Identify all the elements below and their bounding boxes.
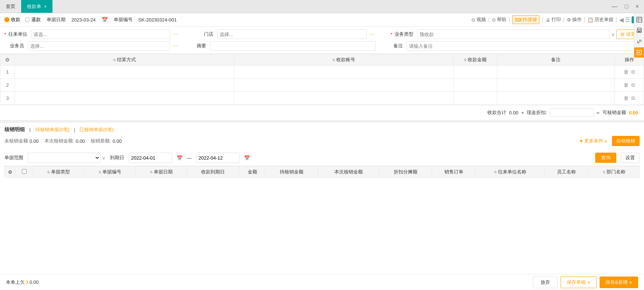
- sidebar-expand-icon[interactable]: [634, 47, 644, 58]
- diff-value: 0.00: [113, 138, 122, 144]
- col-staff: 员工名称: [545, 166, 588, 178]
- row-2-delete-icon[interactable]: 🗑: [624, 82, 629, 88]
- table-gear-icon[interactable]: ⚙: [5, 57, 10, 63]
- biztype-dropdown-icon[interactable]: ∨: [611, 32, 615, 37]
- history-btn[interactable]: 📋 历史单据: [588, 16, 613, 23]
- range-select[interactable]: [28, 153, 101, 163]
- row-1-amount[interactable]: [453, 66, 497, 79]
- hexiao-done-tab[interactable]: 已核销单据(0笔): [79, 126, 114, 133]
- radio-refund-label: 退款: [31, 16, 41, 23]
- row-1-account[interactable]: [234, 66, 453, 79]
- biztype-input[interactable]: [417, 30, 610, 39]
- select-all-checkbox[interactable]: [22, 169, 27, 174]
- tab-active[interactable]: 收款单 ×: [21, 0, 52, 13]
- hexiao-pending-tab[interactable]: 待核销单据(0笔): [35, 126, 70, 133]
- row-3-delete-icon[interactable]: 🗑: [624, 95, 629, 101]
- row-2-copy-icon[interactable]: ⧉: [631, 82, 635, 88]
- row-2-remark[interactable]: [497, 79, 614, 92]
- counterpart-more-icon[interactable]: ···: [172, 31, 179, 38]
- row-3-settlement[interactable]: [15, 92, 234, 105]
- row-3-remark[interactable]: [497, 92, 614, 105]
- video-btn[interactable]: ⊙ 视频: [471, 16, 486, 23]
- svg-rect-0: [637, 17, 642, 22]
- tab-home[interactable]: 首页: [0, 0, 21, 13]
- shortcut-btn[interactable]: ⌨ 快捷键: [512, 15, 539, 24]
- col-due-label: 收款到期日: [201, 169, 225, 175]
- calendar-icon[interactable]: 📅: [102, 17, 108, 23]
- store-more-icon[interactable]: ···: [368, 31, 376, 38]
- draft-button[interactable]: 保存草稿 ∧: [561, 277, 597, 288]
- grid-prev-icon[interactable]: ◀: [619, 16, 624, 23]
- footer-actions: 放弃 保存草稿 ∧ 保存&新增 ∧: [533, 277, 638, 288]
- tab-home-label: 首页: [6, 3, 15, 10]
- plus-sign: +: [521, 110, 524, 115]
- staff-more-icon[interactable]: ···: [172, 43, 179, 49]
- radio-receipt[interactable]: 收款: [4, 16, 20, 23]
- help-btn[interactable]: ⊙ 帮助: [492, 16, 506, 23]
- date-from-input[interactable]: [129, 153, 172, 163]
- row-2-amount[interactable]: [453, 79, 497, 92]
- row-3-amount[interactable]: [453, 92, 497, 105]
- table-header-settlement: ⇅ 结算方式: [15, 54, 234, 66]
- row-1-delete-icon[interactable]: 🗑: [624, 69, 629, 75]
- col-order-label: 销售订单: [444, 169, 463, 175]
- sidebar-print-icon[interactable]: [634, 26, 644, 36]
- col-current-label: 本次核销金额: [334, 169, 363, 175]
- tab-close-icon[interactable]: ×: [44, 4, 47, 9]
- row-3-account[interactable]: [234, 92, 453, 105]
- tab-bar: 首页 收款单 × — □ ×: [0, 0, 644, 13]
- query-button[interactable]: 查询: [595, 153, 616, 163]
- hexiao-info-icon[interactable]: ℹ: [29, 127, 31, 133]
- close-button[interactable]: ×: [633, 3, 641, 11]
- operation-btn[interactable]: ⚙ 操作: [567, 16, 582, 23]
- toolbar-right: ⊙ 视频 | ⊙ 帮助 | ⌨ 快捷键 | 🖨 打印 | ⚙ 操作: [471, 15, 640, 24]
- row-1-settlement[interactable]: [15, 66, 234, 79]
- footer-info-value: 0.00: [30, 279, 39, 285]
- calendar-to-icon[interactable]: 📅: [244, 155, 250, 161]
- col-discount-label: 折扣分摊额: [394, 169, 417, 175]
- print-btn[interactable]: 🖨 打印: [546, 16, 561, 23]
- hexiao-settings-button[interactable]: 设置: [621, 153, 640, 163]
- sidebar-table-icon[interactable]: [634, 15, 644, 25]
- checkbox-all-header[interactable]: ⚙: [5, 166, 16, 178]
- row-2-settlement[interactable]: [15, 79, 234, 92]
- staff-input[interactable]: [28, 41, 170, 51]
- auto-hexiao-button[interactable]: 自动核销: [612, 136, 640, 146]
- sidebar-link-icon[interactable]: [634, 36, 644, 47]
- calendar-from-icon[interactable]: 📅: [177, 155, 182, 161]
- footer-info-label: 本单上欠: [6, 279, 25, 286]
- col-type-label: 单据类型: [51, 169, 70, 175]
- equals-sign: =: [597, 110, 600, 115]
- table-settings-header[interactable]: ⚙: [0, 54, 15, 66]
- toolbar-row: 收款 退款 单据日期 2023-03-24 📅 单据编号 SK-20230324…: [0, 13, 644, 27]
- remark-input[interactable]: [407, 41, 640, 51]
- more-conditions-btn[interactable]: ▼ 更多条件 ∧: [579, 138, 608, 144]
- hexiao-header: 核销明细 ℹ 待核销单据(0笔) | 已核销单据(0笔): [4, 126, 640, 133]
- row-2-account[interactable]: [234, 79, 453, 92]
- help-label: 帮助: [497, 16, 506, 23]
- checkbox-col[interactable]: [16, 166, 33, 178]
- row-1-remark[interactable]: [497, 66, 614, 79]
- date-to-input[interactable]: [196, 153, 240, 163]
- row-3-copy-icon[interactable]: ⧉: [631, 95, 635, 101]
- list-icon: ☰: [625, 16, 630, 23]
- minimize-button[interactable]: —: [609, 3, 620, 11]
- maximize-button[interactable]: □: [623, 3, 631, 11]
- radio-refund[interactable]: 退款: [25, 16, 41, 23]
- save-new-button[interactable]: 保存&新增 ∧: [600, 277, 638, 288]
- hexiao-title: 核销明细: [4, 126, 25, 133]
- store-input[interactable]: [217, 30, 367, 39]
- counterpart-field: * 往来单位 ···: [4, 30, 179, 39]
- date-label: 单据日期: [47, 16, 66, 23]
- abandon-button[interactable]: 放弃: [533, 277, 558, 288]
- table-gear-bottom-icon[interactable]: ⚙: [8, 169, 12, 175]
- row-1-copy-icon[interactable]: ⧉: [631, 69, 635, 75]
- counterpart-input[interactable]: [31, 30, 170, 39]
- col-pending: 待核销金额: [266, 166, 318, 178]
- number-value: SK-20230324-001: [138, 17, 177, 23]
- hexiao-pending-label: 待核销单据(0笔): [35, 127, 70, 132]
- summary-input[interactable]: [210, 41, 376, 51]
- footer-info-icon[interactable]: ℹ: [26, 279, 28, 285]
- discount-input[interactable]: [550, 108, 594, 117]
- col-current: 本次核销金额: [318, 166, 379, 178]
